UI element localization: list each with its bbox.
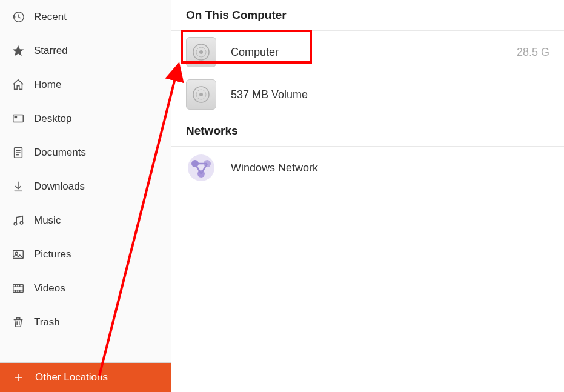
sidebar-item-label: Videos [34, 282, 65, 294]
sidebar-item-music[interactable]: Music [0, 204, 171, 238]
sidebar-item-starred[interactable]: Starred [0, 34, 171, 68]
sidebar-item-downloads[interactable]: Downloads [0, 170, 171, 204]
drive-label: 537 MB Volume [231, 88, 549, 101]
harddisk-icon [186, 79, 216, 110]
svg-point-9 [14, 222, 17, 225]
section-header-computer: On This Computer [171, 0, 564, 31]
network-label: Windows Network [231, 162, 549, 174]
desktop-icon [10, 112, 27, 125]
plus-icon [13, 372, 27, 383]
sidebar-item-label: Documents [34, 147, 86, 159]
drive-label: Computer [231, 46, 517, 59]
videos-icon [10, 282, 27, 295]
svg-rect-2 [13, 115, 24, 122]
sidebar-item-label: Desktop [34, 113, 71, 125]
main-content: On This Computer Computer 28.5 G 537 MB … [171, 0, 564, 392]
sidebar-item-pictures[interactable]: Pictures [0, 238, 171, 271]
sidebar-item-videos[interactable]: Videos [0, 271, 171, 305]
pictures-icon [10, 248, 27, 261]
other-locations-label: Other Locations [35, 371, 108, 384]
trash-icon [10, 316, 27, 329]
section-header-networks: Networks [171, 116, 564, 147]
sidebar-item-documents[interactable]: Documents [0, 136, 171, 170]
download-icon [10, 180, 27, 193]
sidebar-item-recent[interactable]: Recent [0, 0, 171, 34]
sidebar: Recent Starred Home Desktop [0, 0, 171, 392]
star-icon [10, 44, 27, 58]
svg-point-10 [20, 221, 23, 224]
drive-size: 28.5 G [517, 46, 549, 59]
sidebar-item-label: Pictures [34, 248, 71, 261]
harddisk-icon [186, 37, 216, 67]
svg-rect-13 [13, 285, 24, 293]
svg-rect-3 [15, 116, 18, 118]
music-icon [10, 214, 27, 227]
drive-row-computer[interactable]: Computer 28.5 G [171, 31, 564, 73]
sidebar-item-label: Recent [34, 11, 67, 23]
sidebar-item-label: Music [34, 214, 61, 227]
svg-point-27 [199, 50, 203, 54]
sidebar-item-other-locations[interactable]: Other Locations [0, 363, 171, 392]
documents-icon [10, 146, 27, 159]
sidebar-item-home[interactable]: Home [0, 68, 171, 102]
recent-icon [10, 10, 27, 24]
drive-row-volume[interactable]: 537 MB Volume [171, 73, 564, 116]
svg-point-30 [199, 93, 203, 96]
sidebar-item-label: Trash [34, 316, 60, 328]
sidebar-item-trash[interactable]: Trash [0, 305, 171, 339]
sidebar-item-label: Home [34, 79, 61, 91]
network-row[interactable]: Windows Network [171, 147, 564, 189]
sidebar-item-desktop[interactable]: Desktop [0, 102, 171, 136]
home-icon [10, 78, 27, 91]
svg-marker-1 [13, 45, 24, 56]
network-icon [186, 153, 216, 183]
sidebar-item-label: Downloads [34, 181, 85, 193]
sidebar-item-label: Starred [34, 45, 68, 57]
sidebar-items: Recent Starred Home Desktop [0, 0, 171, 362]
